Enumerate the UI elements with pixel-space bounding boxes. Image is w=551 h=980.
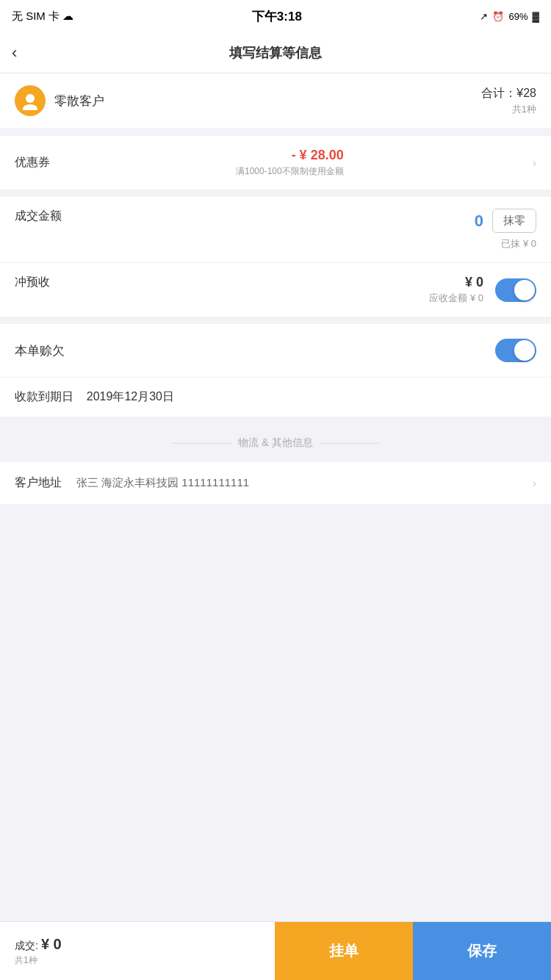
customer-total: 合计：¥28 bbox=[481, 86, 536, 101]
debit-section: 本单赊欠 收款到期日 2019年12月30日 bbox=[0, 324, 551, 417]
pending-button-label: 挂单 bbox=[329, 941, 359, 961]
customer-avatar bbox=[15, 85, 46, 116]
duedate-label: 收款到期日 bbox=[15, 390, 73, 403]
prepay-toggle[interactable] bbox=[495, 278, 536, 302]
status-bar: 无 SIM 卡 ☁ 下午3:18 ↗ ⏰ 69% ▓ bbox=[0, 0, 551, 32]
page-title: 填写结算等信息 bbox=[229, 44, 322, 62]
prepay-value: ¥ 0 bbox=[429, 275, 483, 290]
address-row[interactable]: 客户地址 张三 海淀永丰科技园 11111111111 › bbox=[0, 462, 551, 504]
duedate-text: 收款到期日 2019年12月30日 bbox=[15, 390, 174, 403]
status-time: 下午3:18 bbox=[252, 8, 302, 25]
bottom-deal-label: 成交: bbox=[15, 940, 38, 953]
prepay-label: 冲预收 bbox=[15, 275, 50, 290]
right-divider bbox=[320, 443, 379, 444]
svg-point-0 bbox=[26, 94, 35, 103]
coupon-label: 优惠券 bbox=[15, 155, 50, 170]
customer-row: 零散客户 合计：¥28 共1种 bbox=[0, 73, 551, 128]
main-content: 零散客户 合计：¥28 共1种 优惠券 - ¥ 28.00 满1000-100不… bbox=[0, 73, 551, 585]
toggle-knob bbox=[514, 280, 535, 300]
deal-amount-value: 0 bbox=[475, 212, 483, 231]
bottom-count: 共1种 bbox=[15, 954, 260, 967]
duedate-row: 收款到期日 2019年12月30日 bbox=[0, 377, 551, 417]
sim-status: 无 SIM 卡 ☁ bbox=[12, 10, 73, 24]
bottom-deal-amount: ¥ 0 bbox=[41, 936, 62, 953]
moling-button[interactable]: 抹零 bbox=[492, 209, 536, 233]
address-chevron-icon: › bbox=[533, 477, 536, 490]
deal-amount-sub: 已抹 ¥ 0 bbox=[501, 237, 536, 251]
bottom-summary: 成交: ¥ 0 共1种 bbox=[0, 936, 275, 967]
debit-row: 本单赊欠 bbox=[0, 324, 551, 377]
coupon-section: 优惠券 - ¥ 28.00 满1000-100不限制使用金额 › bbox=[0, 135, 551, 190]
customer-name: 零散客户 bbox=[54, 93, 104, 109]
save-button-label: 保存 bbox=[467, 941, 497, 961]
save-button[interactable]: 保存 bbox=[413, 922, 551, 981]
svg-point-1 bbox=[23, 104, 37, 110]
status-left: 无 SIM 卡 ☁ bbox=[12, 10, 73, 24]
debit-label: 本单赊欠 bbox=[15, 342, 65, 359]
address-value: 张三 海淀永丰科技园 11111111111 bbox=[76, 476, 515, 490]
deal-amount-label: 成交金额 bbox=[15, 209, 62, 224]
amount-section: 成交金额 0 抹零 已抹 ¥ 0 冲预收 ¥ 0 应收金额 ¥ 0 bbox=[0, 197, 551, 317]
customer-count: 共1种 bbox=[481, 103, 536, 116]
address-label: 客户地址 bbox=[15, 475, 62, 491]
coupon-row[interactable]: 优惠券 - ¥ 28.00 满1000-100不限制使用金额 › bbox=[0, 135, 551, 190]
prepay-sub: 应收金额 ¥ 0 bbox=[429, 292, 483, 305]
logistics-section: 物流 & 其他信息 bbox=[0, 424, 551, 462]
logistics-label: 物流 & 其他信息 bbox=[238, 436, 312, 450]
customer-section: 零散客户 合计：¥28 共1种 bbox=[0, 73, 551, 128]
nav-bar: ‹ 填写结算等信息 bbox=[0, 32, 551, 73]
location-icon: ↗ bbox=[480, 11, 488, 22]
customer-right: 合计：¥28 共1种 bbox=[481, 86, 536, 116]
alarm-icon: ⏰ bbox=[492, 11, 504, 22]
coupon-chevron-icon: › bbox=[533, 156, 536, 170]
coupon-desc: 满1000-100不限制使用金额 bbox=[236, 165, 344, 178]
deal-amount-row: 成交金额 0 抹零 已抹 ¥ 0 bbox=[0, 197, 551, 262]
left-divider bbox=[172, 443, 231, 444]
customer-left: 零散客户 bbox=[15, 85, 104, 116]
coupon-amount: - ¥ 28.00 bbox=[236, 148, 344, 163]
battery-icon: ▓ bbox=[533, 11, 539, 22]
pending-button[interactable]: 挂单 bbox=[275, 922, 413, 981]
debit-toggle[interactable] bbox=[495, 339, 536, 362]
prepay-row: 冲预收 ¥ 0 应收金额 ¥ 0 bbox=[0, 262, 551, 317]
bottom-deal-row: 成交: ¥ 0 bbox=[15, 936, 260, 953]
avatar-icon bbox=[21, 91, 40, 110]
address-section: 客户地址 张三 海淀永丰科技园 11111111111 › bbox=[0, 462, 551, 504]
debit-toggle-knob bbox=[514, 340, 535, 361]
coupon-right: - ¥ 28.00 满1000-100不限制使用金额 bbox=[236, 148, 344, 178]
back-button[interactable]: ‹ bbox=[12, 43, 17, 62]
status-right: ↗ ⏰ 69% ▓ bbox=[480, 11, 539, 22]
bottom-bar: 成交: ¥ 0 共1种 挂单 保存 bbox=[0, 921, 551, 980]
battery-level: 69% bbox=[508, 11, 527, 22]
duedate-value: 2019年12月30日 bbox=[87, 390, 174, 403]
